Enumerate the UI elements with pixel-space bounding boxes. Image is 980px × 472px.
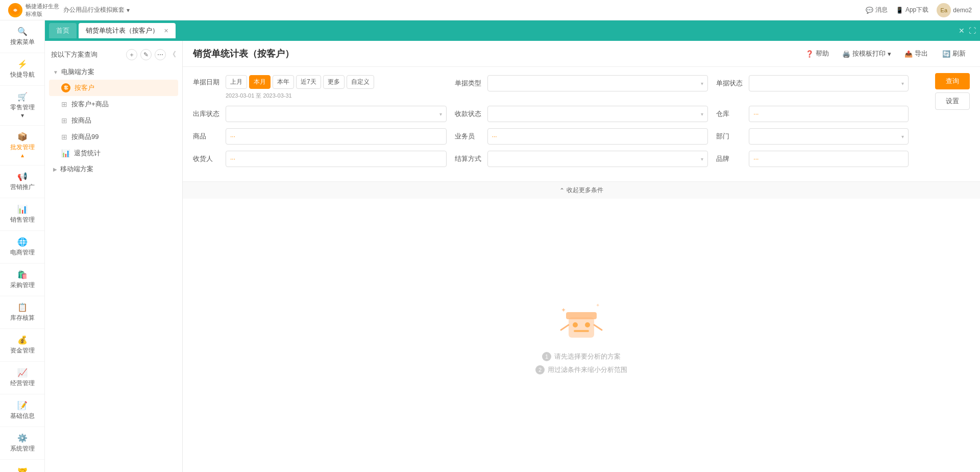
status-filter-item: 单据状态 ▾: [716, 75, 970, 91]
left-panel-header: 按以下方案查询 ＋ ✎ ⋯ 《: [45, 45, 182, 64]
window-minimize-btn[interactable]: ✕: [959, 27, 965, 35]
sidebar-item-quick-nav[interactable]: ⚡ 快捷导航: [0, 53, 44, 86]
left-panel-title: 按以下方案查询: [51, 50, 97, 59]
desktop-scheme-group: ▼ 电脑端方案 客 按客户 ⊞ 按客户+商品 ⊞ 按商品: [45, 64, 182, 161]
help-btn[interactable]: ❓ 帮助: [801, 47, 833, 60]
logo-area: 畅捷通好生意 标准版: [8, 3, 59, 17]
scheme-item-return-stats[interactable]: 📊 退货统计: [49, 145, 178, 161]
settings-btn[interactable]: 设置: [935, 92, 970, 110]
date-btn-more[interactable]: 更多: [323, 75, 345, 89]
receiver-control[interactable]: ···: [226, 151, 447, 167]
by-customer-icon: 客: [61, 83, 70, 92]
date-btn-last-7-days[interactable]: 近7天: [296, 75, 321, 89]
receiver-label: 收货人: [193, 154, 222, 163]
settlement-filter-item: 结算方式 ▾: [455, 151, 708, 167]
date-btn-this-year[interactable]: 本年: [273, 75, 294, 89]
status-filter-label: 单据状态: [716, 79, 745, 88]
sidebar-item-inventory[interactable]: 📋 库存核算: [0, 296, 44, 329]
date-filter-group: 上月 本月 本年 近7天 更多 自定义: [226, 75, 374, 89]
search-icon: 🔍: [2, 27, 42, 36]
sidebar-item-search-menu[interactable]: 🔍 搜索菜单: [0, 20, 44, 53]
date-btn-last-month[interactable]: 上月: [226, 75, 247, 89]
department-label: 部门: [716, 132, 745, 141]
sidebar-item-basic-info[interactable]: 📝 基础信息: [0, 394, 44, 427]
brand-filter-item: 品牌 ···: [716, 151, 970, 167]
payment-status-control[interactable]: ▾: [487, 106, 708, 122]
sidebar-item-purchase[interactable]: 🛍️ 采购管理: [0, 264, 44, 296]
department-filter-item: 部门 ▾: [716, 128, 970, 145]
type-filter-control[interactable]: ▾: [487, 75, 708, 91]
printer-icon: 🖨️: [842, 50, 850, 58]
department-control[interactable]: ▾: [749, 128, 909, 145]
product-control[interactable]: ···: [226, 128, 447, 145]
sidebar-item-ecommerce[interactable]: 🌐 电商管理: [0, 231, 44, 264]
filter-row-2: 出库状态 ▾ 收款状态 ▾: [193, 106, 970, 122]
mobile-group-header[interactable]: ▶ 移动端方案: [49, 161, 178, 177]
collapse-bar[interactable]: ⌃ 收起更多条件: [183, 181, 980, 199]
sidebar-item-marketing[interactable]: 📢 营销推广: [0, 166, 44, 198]
export-btn[interactable]: 📤 导出: [900, 47, 932, 60]
template-print-btn[interactable]: 🖨️ 按模板打印 ▾: [839, 47, 894, 60]
tab-close-btn[interactable]: ✕: [164, 28, 168, 34]
window-maximize-btn[interactable]: ⛶: [969, 27, 976, 35]
sidebar-item-wholesale[interactable]: 📦 批发管理 ▴: [0, 126, 44, 166]
product-filter-item: 商品 ···: [193, 128, 447, 145]
svg-rect-5: [574, 330, 589, 332]
svg-point-3: [573, 322, 578, 327]
sidebar-item-retail[interactable]: 🛒 零售管理 ▾: [0, 86, 44, 126]
product-label: 商品: [193, 132, 222, 141]
warehouse-control[interactable]: ···: [749, 106, 909, 122]
desktop-group-header[interactable]: ▼ 电脑端方案: [49, 64, 178, 80]
salesperson-control[interactable]: ···: [487, 128, 708, 145]
app-download-btn[interactable]: 📱 App下载: [896, 6, 928, 14]
sales-icon: 📊: [2, 204, 42, 214]
sidebar-item-sales[interactable]: 📊 销售管理: [0, 198, 44, 231]
salesperson-placeholder: ···: [492, 133, 497, 140]
out-status-control[interactable]: ▾: [226, 106, 447, 122]
content-area: 首页 销货单统计表（按客户） ✕ ✕ ⛶ 按以下方案查询 ＋ ✎ ⋯: [45, 20, 980, 472]
user-area[interactable]: Ea demo2: [937, 3, 972, 17]
collapse-panel-btn[interactable]: 《: [169, 50, 176, 59]
add-scheme-btn[interactable]: ＋: [126, 49, 137, 60]
empty-state: ✦ ✦ 1 请先选择要分析的方案 2 用过滤条件来缩小分析范围: [183, 199, 980, 472]
date-btn-custom[interactable]: 自定义: [347, 75, 374, 89]
tab-home[interactable]: 首页: [49, 23, 77, 38]
finance-icon: 💰: [2, 335, 42, 345]
platform-name[interactable]: 办公用品行业模拟账套 ▾: [63, 6, 130, 14]
logo-text: 畅捷通好生意 标准版: [26, 3, 59, 17]
purchase-icon: 🛍️: [2, 270, 42, 279]
mobile-group-arrow: ▶: [53, 167, 57, 172]
sidebar-item-finance[interactable]: 💰 资金管理: [0, 329, 44, 362]
retail-icon: 🛒: [2, 92, 42, 102]
scheme-item-by-product-label: 按商品: [71, 116, 91, 125]
scheme-item-by-customer[interactable]: 客 按客户: [49, 80, 178, 96]
export-icon: 📤: [904, 50, 913, 58]
sidebar-item-system[interactable]: ⚙️ 系统管理: [0, 427, 44, 460]
query-btn[interactable]: 查询: [935, 73, 970, 89]
left-panel-actions: ＋ ✎ ⋯ 《: [126, 49, 176, 60]
scheme-item-by-product[interactable]: ⊞ 按商品: [49, 112, 178, 129]
scheme-item-by-product-99[interactable]: ⊞ 按商品99: [49, 129, 178, 145]
collapse-up-icon: ⌃: [559, 187, 565, 194]
scheme-item-by-customer-product[interactable]: ⊞ 按客户+商品: [49, 96, 178, 112]
refresh-btn[interactable]: 🔄 刷新: [938, 47, 970, 60]
payment-status-label: 收款状态: [455, 109, 483, 119]
sidebar-item-enterprise-collab[interactable]: 🤝 企业协同: [0, 460, 44, 472]
page-actions: ❓ 帮助 🖨️ 按模板打印 ▾ 📤 导出: [801, 47, 970, 60]
message-btn[interactable]: 💬 消息: [866, 6, 888, 14]
product-placeholder: ···: [230, 133, 235, 140]
tab-bar: 首页 销货单统计表（按客户） ✕ ✕ ⛶: [45, 20, 980, 41]
more-scheme-btn[interactable]: ⋯: [155, 49, 166, 60]
main-layout: 🔍 搜索菜单 ⚡ 快捷导航 🛒 零售管理 ▾ 📦 批发管理 ▴ 📢 营销推广 📊…: [0, 20, 980, 472]
tab-sales-stats[interactable]: 销货单统计表（按客户） ✕: [79, 23, 176, 38]
desktop-group-label: 电脑端方案: [61, 67, 94, 77]
brand-control[interactable]: ···: [749, 151, 909, 167]
sidebar-item-operation[interactable]: 📈 经营管理: [0, 362, 44, 394]
mobile-scheme-group: ▶ 移动端方案: [45, 161, 182, 177]
date-btn-this-month[interactable]: 本月: [249, 75, 271, 89]
edit-scheme-btn[interactable]: ✎: [140, 49, 152, 60]
scheme-item-by-customer-product-label: 按客户+商品: [71, 100, 109, 109]
settlement-control[interactable]: ▾: [487, 151, 708, 167]
status-filter-control[interactable]: ▾: [749, 75, 909, 91]
warehouse-filter-item: 仓库 ···: [716, 106, 970, 122]
